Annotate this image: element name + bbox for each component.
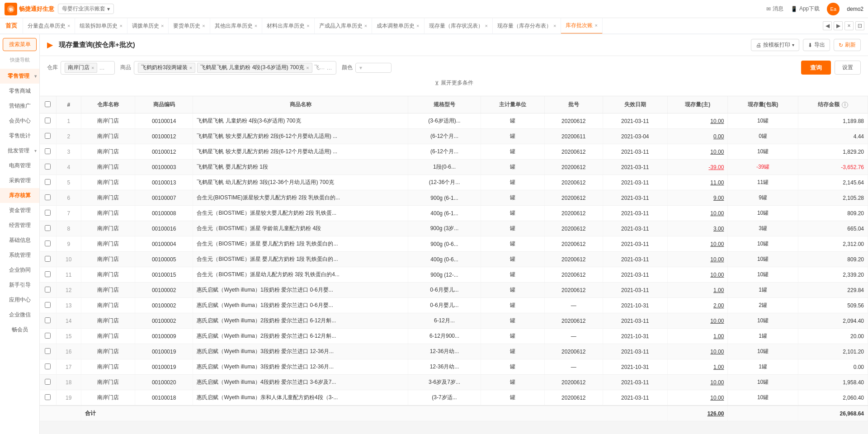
cell-check[interactable]: [40, 236, 56, 252]
app-download-button[interactable]: 📱 App下载: [791, 5, 820, 13]
expand-filter-icon[interactable]: ▶: [47, 41, 52, 49]
row-checkbox[interactable]: [45, 333, 51, 339]
tab-xiancun-fenbu[interactable]: 现存量（库存分布表） ×: [493, 18, 561, 34]
cell-qty-main[interactable]: 1.00: [667, 359, 727, 375]
tab-kucun-pici[interactable]: 库存批次账 ×: [561, 18, 602, 34]
user-avatar[interactable]: Ea: [827, 3, 840, 15]
close-icon[interactable]: ×: [67, 23, 70, 28]
cell-check[interactable]: [40, 344, 56, 359]
th-check[interactable]: [40, 96, 56, 113]
cell-check[interactable]: [40, 359, 56, 375]
warehouse-tag-remove[interactable]: ×: [91, 65, 94, 71]
cell-qty-main[interactable]: 10.00: [667, 236, 727, 252]
sidebar-item-guide[interactable]: 新手引导: [0, 278, 39, 292]
cell-check[interactable]: [40, 175, 56, 190]
tab-tiaobo[interactable]: 调拨单历史 ×: [127, 18, 169, 34]
warehouse-tag-container[interactable]: 南岸门店 × …: [61, 61, 115, 75]
export-button[interactable]: ⬇ 导出: [803, 39, 830, 51]
warehouse-tag-nanandian[interactable]: 南岸门店 ×: [65, 63, 97, 73]
sidebar-item-enterprise[interactable]: 企业协同: [0, 263, 39, 278]
cell-check[interactable]: [40, 190, 56, 206]
row-checkbox[interactable]: [45, 164, 51, 170]
close-icon[interactable]: ×: [594, 23, 597, 28]
cell-qty-main[interactable]: 10.00: [667, 344, 727, 359]
close-icon[interactable]: ×: [485, 23, 488, 28]
sidebar-item-apps[interactable]: 应用中心: [0, 292, 39, 307]
cell-check[interactable]: [40, 329, 56, 344]
warehouse-more-icon[interactable]: …: [99, 65, 104, 71]
cell-qty-main[interactable]: 10.00: [667, 206, 727, 221]
row-checkbox[interactable]: [45, 348, 51, 354]
sidebar-item-retail-stats[interactable]: 零售统计: [0, 128, 39, 143]
close-icon[interactable]: ×: [119, 23, 122, 28]
tab-fenliang[interactable]: 分量盘点单历史 ×: [23, 18, 75, 34]
select-all-checkbox[interactable]: [45, 101, 51, 107]
product-tag-remove-2[interactable]: ×: [306, 65, 309, 71]
row-checkbox[interactable]: [45, 225, 51, 231]
row-checkbox[interactable]: [45, 256, 51, 262]
tab-qitachu[interactable]: 其他出库单历史 ×: [210, 18, 262, 34]
product-tag-1[interactable]: 飞鹤奶粉3段两罐装 ×: [138, 63, 195, 73]
cell-qty-main[interactable]: 10.00: [667, 252, 727, 267]
tab-zuzhuang[interactable]: 组装拆卸单历史 ×: [75, 18, 127, 34]
sidebar-item-basics[interactable]: 基础信息: [0, 233, 39, 248]
expand-more-btn[interactable]: ⊻ 展开更多条件: [431, 77, 477, 89]
refresh-button[interactable]: ↻ 刷新: [834, 39, 861, 51]
close-icon[interactable]: ×: [255, 23, 257, 28]
cell-check[interactable]: [40, 129, 56, 144]
sidebar-item-purchase[interactable]: 采购管理: [0, 173, 39, 188]
row-checkbox[interactable]: [45, 379, 51, 385]
close-icon[interactable]: ×: [364, 23, 367, 28]
cell-qty-main[interactable]: 10.00: [667, 390, 727, 406]
sidebar-item-retail-mgmt[interactable]: 零售管理 ▾: [0, 69, 39, 84]
tab-chengben[interactable]: 成本调整单历史 ×: [372, 18, 424, 34]
product-tag-2[interactable]: 飞鹤星飞帆 儿童奶粉 4段(3-6岁适用) 700克 ×: [197, 63, 312, 73]
close-icon[interactable]: ×: [307, 23, 309, 28]
product-more-icon[interactable]: 飞…: [314, 64, 325, 71]
row-checkbox[interactable]: [45, 148, 51, 154]
row-checkbox[interactable]: [45, 271, 51, 277]
cell-check[interactable]: [40, 313, 56, 329]
amount-info-icon[interactable]: i: [842, 102, 848, 108]
product-tag-container[interactable]: 飞鹤奶粉3段两罐装 × 飞鹤星飞帆 儿童奶粉 4段(3-6岁适用) 700克 ×…: [134, 61, 336, 75]
cell-check[interactable]: [40, 144, 56, 160]
cell-qty-main[interactable]: 1.00: [667, 329, 727, 344]
tab-right-arrow[interactable]: ▶: [834, 21, 843, 30]
query-button[interactable]: 查询: [801, 61, 831, 75]
product-tag-remove-1[interactable]: ×: [189, 65, 192, 71]
cell-check[interactable]: [40, 206, 56, 221]
row-checkbox[interactable]: [45, 317, 51, 323]
message-button[interactable]: ✉ 消息: [766, 5, 783, 13]
row-checkbox[interactable]: [45, 179, 51, 185]
cell-qty-main[interactable]: 10.00: [667, 113, 727, 129]
row-checkbox[interactable]: [45, 133, 51, 139]
cell-check[interactable]: [40, 252, 56, 267]
tab-yaohuo[interactable]: 要货单历史 ×: [169, 18, 210, 34]
print-button[interactable]: 🖨 按模板打印 ▾: [751, 39, 799, 51]
cell-qty-main[interactable]: 2.00: [667, 298, 727, 313]
cell-qty-main[interactable]: 10.00: [667, 144, 727, 160]
sidebar-item-finance[interactable]: 资金管理: [0, 203, 39, 218]
row-checkbox[interactable]: [45, 194, 51, 200]
sidebar-item-vip[interactable]: 畅会员: [0, 322, 39, 337]
tab-close-all[interactable]: ×: [844, 21, 854, 30]
row-checkbox[interactable]: [45, 287, 51, 292]
cell-check[interactable]: [40, 375, 56, 390]
breadcrumb-select[interactable]: 母婴行业演示账套 ▾: [58, 4, 114, 14]
tab-chancheng[interactable]: 产成品入库单历史 ×: [315, 18, 372, 34]
sidebar-item-ops[interactable]: 经营管理: [0, 218, 39, 233]
sidebar-item-retail-shop[interactable]: 零售商城: [0, 84, 39, 99]
tab-cailiao[interactable]: 材料出库单历史 ×: [262, 18, 314, 34]
search-menu-button[interactable]: 搜索菜单: [3, 38, 37, 51]
close-icon[interactable]: ×: [416, 23, 419, 28]
cell-check[interactable]: [40, 283, 56, 298]
tab-xiancun-zhuangtai[interactable]: 现存量（库存状况表） ×: [425, 18, 493, 34]
cell-qty-main[interactable]: 1.00: [667, 283, 727, 298]
cell-qty-main[interactable]: 10.00: [667, 313, 727, 329]
row-checkbox[interactable]: [45, 210, 51, 216]
cell-qty-main[interactable]: 10.00: [667, 267, 727, 283]
cell-qty-main[interactable]: 11.00: [667, 175, 727, 190]
sidebar-item-inventory[interactable]: 库存核算: [0, 188, 39, 203]
tab-home[interactable]: 首页: [0, 18, 23, 34]
close-icon[interactable]: ×: [161, 23, 164, 28]
